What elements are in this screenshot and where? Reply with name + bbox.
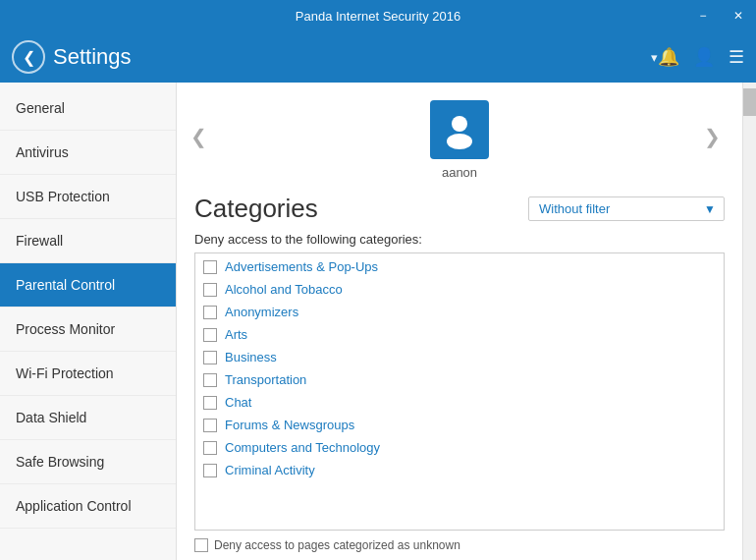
category-checkbox[interactable] [203, 328, 217, 342]
category-label: Business [225, 350, 277, 364]
sidebar-item-application-control[interactable]: Application Control [0, 484, 176, 529]
category-label: Computers and Technology [225, 440, 380, 455]
category-label: Arts [225, 327, 247, 342]
sidebar-item-process-monitor[interactable]: Process Monitor [0, 308, 176, 352]
main-scrollbar[interactable] [742, 83, 756, 560]
categories-list-container: Advertisements & Pop-UpsAlcohol and Toba… [194, 252, 725, 531]
category-label: Forums & Newsgroups [225, 418, 354, 432]
list-item[interactable]: Arts [195, 323, 724, 346]
list-item[interactable]: Computers and Technology [195, 436, 724, 459]
categories-title: Categories [194, 194, 318, 224]
deny-label: Deny access to the following categories: [177, 232, 742, 252]
category-checkbox[interactable] [203, 441, 217, 455]
app-title: Panda Internet Security 2016 [296, 9, 460, 24]
sidebar-item-safe-browsing[interactable]: Safe Browsing [0, 440, 176, 484]
list-item[interactable]: Business [195, 346, 724, 368]
settings-dropdown-arrow[interactable]: ▾ [651, 50, 658, 65]
username-label: aanon [442, 165, 477, 180]
avatar-icon [440, 110, 479, 149]
category-checkbox[interactable] [203, 396, 217, 410]
filter-label: Without filter [539, 201, 610, 216]
main-layout: General Antivirus USB Protection Firewal… [0, 83, 756, 560]
sidebar: General Antivirus USB Protection Firewal… [0, 83, 177, 560]
category-checkbox[interactable] [203, 373, 217, 387]
sidebar-item-general[interactable]: General [0, 86, 176, 131]
category-label: Criminal Activity [225, 463, 315, 477]
profile-area: ❮ aanon ❯ [177, 83, 742, 190]
list-item[interactable]: Transportation [195, 368, 724, 391]
category-label: Transportation [225, 372, 306, 387]
close-button[interactable]: ✕ [721, 0, 756, 31]
category-checkbox[interactable] [203, 419, 217, 432]
profile-nav-left[interactable]: ❮ [190, 125, 207, 148]
category-label: Anonymizers [225, 305, 298, 319]
deny-unknown-row: Deny access to pages categorized as unkn… [177, 531, 742, 560]
categories-list[interactable]: Advertisements & Pop-UpsAlcohol and Toba… [195, 253, 724, 530]
content-area: ❮ aanon ❯ Categories Without filter ▼ De… [177, 83, 742, 560]
list-item[interactable]: Anonymizers [195, 301, 724, 323]
deny-unknown-label: Deny access to pages categorized as unkn… [214, 538, 460, 552]
header-bar: ❮ Settings ▾ 🔔 👤 ☰ [0, 31, 756, 83]
category-checkbox[interactable] [203, 306, 217, 319]
sidebar-item-firewall[interactable]: Firewall [0, 219, 176, 263]
list-item[interactable]: Alcohol and Tobacco [195, 278, 724, 301]
filter-dropdown-arrow-icon: ▼ [704, 202, 716, 216]
window-controls: − ✕ [685, 0, 756, 31]
deny-unknown-checkbox[interactable] [194, 538, 208, 552]
category-label: Advertisements & Pop-Ups [225, 259, 378, 274]
category-label: Chat [225, 395, 251, 410]
header-icons: 🔔 👤 ☰ [658, 46, 744, 68]
back-icon: ❮ [23, 48, 35, 67]
minimize-button[interactable]: − [685, 0, 721, 31]
list-item[interactable]: Advertisements & Pop-Ups [195, 255, 724, 278]
sidebar-item-antivirus[interactable]: Antivirus [0, 131, 176, 175]
menu-icon[interactable]: ☰ [729, 46, 744, 68]
category-checkbox[interactable] [203, 464, 217, 477]
category-checkbox[interactable] [203, 283, 217, 297]
category-checkbox[interactable] [203, 351, 217, 364]
category-label: Alcohol and Tobacco [225, 282, 343, 297]
list-item[interactable]: Forums & Newsgroups [195, 414, 724, 436]
profile-nav-right[interactable]: ❯ [704, 125, 721, 148]
header-title: Settings [53, 44, 651, 70]
avatar [430, 100, 489, 159]
user-icon[interactable]: 👤 [693, 46, 715, 68]
list-item[interactable]: Criminal Activity [195, 459, 724, 481]
bell-icon[interactable]: 🔔 [658, 46, 679, 68]
svg-point-0 [452, 116, 467, 132]
sidebar-item-wifi-protection[interactable]: Wi-Fi Protection [0, 352, 176, 396]
svg-point-1 [447, 134, 472, 149]
back-button[interactable]: ❮ [12, 40, 45, 74]
title-bar: Panda Internet Security 2016 − ✕ [0, 0, 756, 31]
sidebar-item-data-shield[interactable]: Data Shield [0, 396, 176, 440]
filter-dropdown[interactable]: Without filter ▼ [528, 196, 725, 221]
categories-header: Categories Without filter ▼ [177, 190, 742, 232]
main-scrollbar-thumb [743, 88, 756, 116]
sidebar-item-parental-control[interactable]: Parental Control [0, 263, 176, 308]
sidebar-item-usb-protection[interactable]: USB Protection [0, 175, 176, 219]
list-item[interactable]: Chat [195, 391, 724, 414]
category-checkbox[interactable] [203, 260, 217, 274]
